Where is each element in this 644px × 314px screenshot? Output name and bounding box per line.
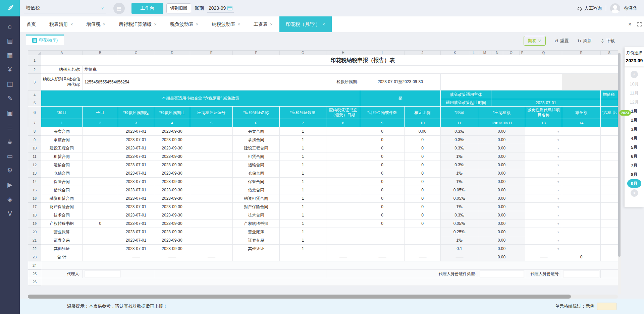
cell-ratio[interactable]: 0: [405, 161, 441, 169]
cell-dropdown-caret-icon[interactable]: ▾: [557, 197, 559, 200]
column-letter-F[interactable]: F: [233, 51, 280, 55]
cell-start[interactable]: 2023-07-01: [118, 169, 154, 178]
reset-button[interactable]: ↺重置: [554, 38, 569, 44]
tab-税负波动表[interactable]: 税负波动表×: [163, 16, 205, 32]
cell-date[interactable]: [326, 178, 360, 186]
cell-exempt-amt[interactable]: 0: [562, 253, 601, 261]
reports-icon[interactable]: ▦: [0, 48, 20, 62]
video-icon[interactable]: ▶: [0, 178, 20, 192]
cell-item[interactable]: 运输合同: [41, 161, 83, 169]
switch-old-version-button[interactable]: 切到旧版: [166, 3, 191, 13]
taxpayer-id-value[interactable]: 12554585554554656254: [83, 74, 190, 90]
cell-qty[interactable]: 1: [280, 203, 326, 211]
cell-item[interactable]: 融资租赁合同: [41, 194, 83, 203]
row-number[interactable]: 8: [28, 127, 41, 136]
cell-ratio[interactable]: 0: [405, 136, 441, 144]
row-number[interactable]: 25: [28, 270, 41, 278]
cell-dropdown-caret-icon[interactable]: ▾: [557, 239, 559, 242]
month-item-1月[interactable]: 1月: [631, 107, 638, 116]
cell-dropdown-caret-icon[interactable]: ▾: [557, 130, 559, 133]
cell-ratio[interactable]: 0: [405, 194, 441, 203]
column-letter-E[interactable]: E: [190, 51, 233, 55]
cell-item[interactable]: 财产保险合同: [41, 203, 83, 211]
cell-dropdown-caret-icon[interactable]: ▾: [557, 172, 559, 175]
agent-id-type-input[interactable]: [480, 270, 524, 277]
settings-icon[interactable]: ⚙: [0, 163, 20, 178]
tab-首页[interactable]: 首页: [20, 16, 43, 32]
cell-empty[interactable]: [601, 99, 618, 107]
column-header-11[interactable]: *税率: [441, 107, 478, 119]
cell-exempt-amt[interactable]: [562, 136, 601, 144]
column-number-4[interactable]: 4: [154, 119, 190, 127]
cell-extra[interactable]: [601, 194, 618, 203]
cell-end[interactable]: 2023-09-30: [154, 127, 190, 136]
cell-ratio[interactable]: 0: [405, 203, 441, 211]
cell-end[interactable]: 2023-09-30: [154, 228, 190, 236]
cell-dropdown-caret-icon[interactable]: ▾: [557, 155, 559, 159]
cell-end[interactable]: 2023-09-30: [154, 245, 190, 253]
column-letter-D[interactable]: D: [154, 51, 190, 55]
row-number[interactable]: 10: [28, 144, 41, 152]
column-number-5[interactable]: 5: [190, 119, 233, 127]
cell-exempt[interactable]: ▾: [525, 211, 562, 219]
cell-rate[interactable]: 1‰: [441, 152, 478, 161]
row-number[interactable]: 13: [28, 169, 41, 178]
cell-ratio[interactable]: 0: [405, 152, 441, 161]
cell-extra[interactable]: [601, 219, 618, 228]
cell-exempt[interactable]: ▾: [525, 144, 562, 152]
cell-date[interactable]: [326, 186, 360, 194]
cell-date[interactable]: [326, 211, 360, 219]
row-number[interactable]: 18: [28, 211, 41, 219]
cell-sub[interactable]: [83, 127, 118, 136]
cell-end[interactable]: 2023-09-30: [154, 203, 190, 211]
tab-close-icon[interactable]: ×: [70, 22, 73, 27]
cell-sub[interactable]: [83, 161, 118, 169]
tab-close-icon[interactable]: ×: [322, 22, 325, 27]
column-number-8[interactable]: 8: [326, 119, 360, 127]
checkout-icon[interactable]: ▭: [0, 149, 20, 163]
cell-cert-name[interactable]: 仓储合同: [233, 169, 280, 178]
tab-增值税[interactable]: 增值税×: [80, 16, 112, 32]
cell-amount[interactable]: 0: [360, 186, 405, 194]
cell-rate[interactable]: 0.3‰: [441, 144, 478, 152]
tab-close-icon[interactable]: ×: [270, 22, 273, 27]
cell-dropdown-caret-icon[interactable]: ▾: [557, 213, 559, 217]
agent-input[interactable]: [85, 270, 121, 277]
row-number[interactable]: 23: [28, 253, 41, 261]
cell-amount[interactable]: 0: [360, 152, 405, 161]
user-avatar[interactable]: [610, 3, 620, 13]
cell-qty[interactable]: 1: [280, 245, 326, 253]
cell-amount[interactable]: 0: [360, 203, 405, 211]
column-letter-N[interactable]: N: [491, 51, 503, 55]
row-number[interactable]: 22: [28, 245, 41, 253]
cell-item[interactable]: 承揽合同: [41, 136, 83, 144]
month-item-2月[interactable]: 2月: [631, 116, 638, 125]
month-item-8月[interactable]: 8月: [631, 170, 638, 179]
cell-amount[interactable]: [360, 228, 405, 236]
cell-exempt-amt[interactable]: [562, 219, 601, 228]
cell-sub[interactable]: [83, 169, 118, 178]
cell-extra[interactable]: [601, 152, 618, 161]
policy-time-value[interactable]: 2023-07-01: [491, 99, 601, 107]
cell-ratio[interactable]: 0: [405, 219, 441, 228]
cell-date[interactable]: [326, 194, 360, 203]
vip-icon[interactable]: Ⅴ: [0, 206, 20, 221]
cell-exempt[interactable]: ▾: [525, 186, 562, 194]
column-number-14[interactable]: 14: [562, 119, 601, 127]
cell-start[interactable]: 2023-07-01: [118, 245, 154, 253]
cell-ratio[interactable]: [405, 236, 441, 245]
cell-extra[interactable]: [601, 169, 618, 178]
cell-exempt[interactable]: ▾: [525, 245, 562, 253]
cell-start[interactable]: 2023-07-01: [118, 178, 154, 186]
agent-label[interactable]: 代理人:: [41, 270, 83, 278]
scroll-down-icon[interactable]: «: [631, 189, 638, 197]
cell-rate[interactable]: 0.3‰: [441, 161, 478, 169]
column-letter-S[interactable]: S: [601, 51, 618, 55]
column-number-2[interactable]: 2: [83, 119, 118, 127]
cell-end[interactable]: 2023-09-30: [154, 178, 190, 186]
tab-税表清册[interactable]: 税表清册×: [43, 16, 80, 32]
cell-cert-name[interactable]: 营业账簿: [233, 228, 280, 236]
tax-period-value[interactable]: 2023-07-01至2023-09-30: [360, 74, 441, 90]
tab-纳税波动表[interactable]: 纳税波动表×: [205, 16, 247, 32]
cell-extra[interactable]: [601, 161, 618, 169]
